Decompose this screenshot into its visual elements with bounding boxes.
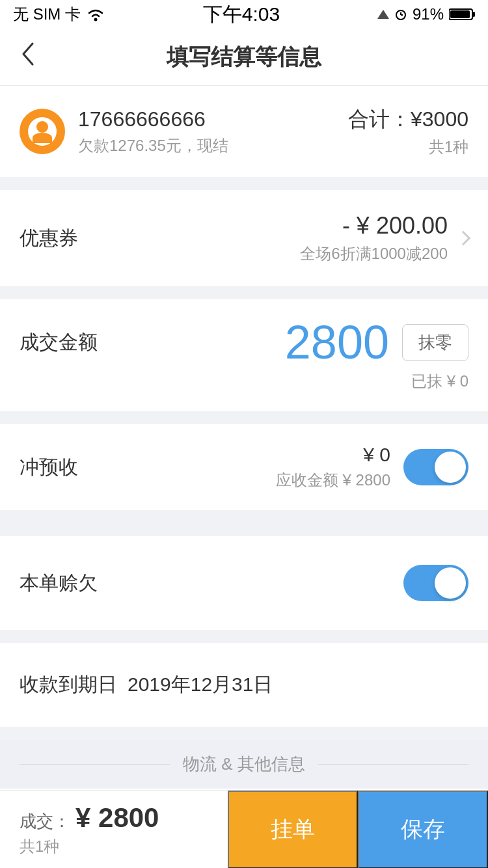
status-time: 下午4:03: [203, 1, 280, 28]
coupon-row[interactable]: 优惠券 - ¥ 200.00 全场6折满1000减200: [0, 190, 488, 286]
svg-rect-7: [450, 10, 470, 18]
customer-info-section: 17666666666 欠款1276.35元，现结 合计：¥3000 共1种: [0, 86, 488, 177]
debt-toggle-knob: [435, 567, 466, 599]
alarm-icon: [394, 8, 407, 21]
battery-icon: [449, 8, 475, 21]
debt-label: 本单赊欠: [20, 570, 98, 597]
location-icon: [377, 8, 389, 20]
chevron-right-icon: [456, 231, 471, 246]
prepay-label: 冲预收: [20, 454, 78, 481]
deal-amount-section: 成交金额 2800 抹零 已抹 ¥ 0: [0, 299, 488, 411]
sim-status: 无 SIM 卡: [13, 4, 81, 25]
coupon-section: 优惠券 - ¥ 200.00 全场6折满1000减200: [0, 190, 488, 286]
status-bar: 无 SIM 卡 下午4:03 91%: [0, 0, 488, 29]
deal-sub: 已抹 ¥ 0: [20, 371, 468, 392]
coupon-label: 优惠券: [20, 225, 78, 252]
customer-left: 17666666666 欠款1276.35元，现结: [20, 107, 228, 156]
main-content: 17666666666 欠款1276.35元，现结 合计：¥3000 共1种 优…: [0, 86, 488, 868]
due-date-row: 收款到期日 2019年12月31日: [20, 643, 468, 727]
back-button[interactable]: [20, 41, 35, 73]
deal-amount-label: 成交金额: [20, 329, 98, 356]
prepay-sub: 应收金额 ¥ 2800: [276, 470, 390, 491]
customer-note: 欠款1276.35元，现结: [78, 135, 228, 156]
coupon-right: - ¥ 200.00 全场6折满1000减200: [300, 212, 468, 264]
avatar: [20, 109, 65, 154]
nav-bar: 填写结算等信息: [0, 29, 488, 86]
deal-amount-row: 成交金额 2800 抹零: [20, 319, 468, 366]
total-value: 合计：¥3000: [348, 105, 468, 134]
svg-point-0: [94, 18, 98, 21]
logistics-line-right: [318, 764, 468, 765]
debt-row: 本单赊欠: [20, 536, 468, 630]
customer-phone: 17666666666: [78, 107, 228, 131]
bottom-amount: ¥ 2800: [75, 802, 159, 834]
svg-rect-6: [472, 12, 475, 17]
customer-total: 合计：¥3000 共1种: [348, 105, 468, 157]
deal-right: 2800 抹零: [285, 319, 468, 366]
status-left: 无 SIM 卡: [13, 4, 105, 25]
wifi-icon: [86, 7, 105, 21]
customer-details: 17666666666 欠款1276.35元，现结: [78, 107, 228, 156]
prepay-section: 冲预收 ¥ 0 应收金额 ¥ 2800: [0, 424, 488, 510]
prepay-row: 冲预收 ¥ 0 应收金额 ¥ 2800: [20, 424, 468, 510]
save-button[interactable]: 保存: [358, 791, 488, 869]
deal-amount-value: 2800: [285, 319, 389, 366]
logistics-text: 物流 & 其他信息: [170, 753, 318, 776]
coupon-value-container: - ¥ 200.00 全场6折满1000减200: [300, 212, 448, 264]
debt-toggle[interactable]: [403, 565, 468, 601]
logistics-line-left: [20, 764, 170, 765]
battery-text: 91%: [413, 5, 444, 23]
prepay-toggle[interactable]: [403, 449, 468, 485]
bottom-bar: 成交： ¥ 2800 共1种 挂单 保存: [0, 790, 488, 868]
coupon-sub: 全场6折满1000减200: [300, 243, 448, 264]
bottom-deal-row: 成交： ¥ 2800: [20, 802, 208, 834]
hold-button[interactable]: 挂单: [228, 791, 358, 869]
prepay-value: ¥ 0: [276, 444, 390, 466]
bottom-deal-label: 成交：: [20, 810, 70, 833]
round-button[interactable]: 抹零: [402, 324, 468, 361]
logistics-divider: 物流 & 其他信息: [0, 740, 488, 789]
prepay-value-container: ¥ 0 应收金额 ¥ 2800: [276, 444, 390, 491]
bottom-count: 共1种: [20, 836, 208, 857]
svg-marker-1: [377, 10, 389, 19]
toggle-knob: [435, 452, 466, 483]
debt-section: 本单赊欠: [0, 536, 488, 630]
due-date-section: 收款到期日 2019年12月31日: [0, 643, 488, 727]
status-right: 91%: [377, 5, 475, 23]
due-date-label: 收款到期日: [20, 671, 117, 698]
bottom-left: 成交： ¥ 2800 共1种: [0, 802, 228, 857]
due-date-value: 2019年12月31日: [128, 671, 273, 698]
prepay-right: ¥ 0 应收金额 ¥ 2800: [276, 444, 468, 491]
coupon-value: - ¥ 200.00: [300, 212, 448, 239]
page-title: 填写结算等信息: [167, 42, 321, 72]
total-count: 共1种: [348, 137, 468, 157]
divider-1: [0, 523, 488, 536]
avatar-icon: [28, 117, 57, 146]
